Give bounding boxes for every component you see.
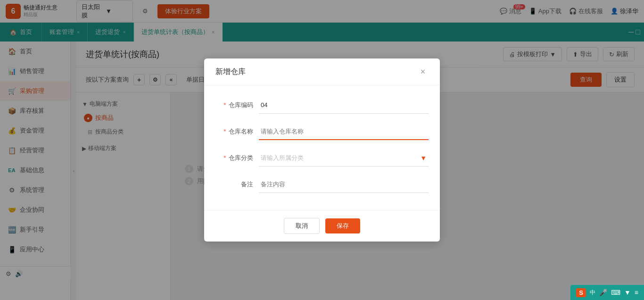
name-input[interactable] bbox=[259, 123, 429, 140]
category-required: * bbox=[223, 154, 226, 161]
brand-s-icon: S bbox=[576, 288, 586, 297]
name-required: * bbox=[223, 128, 226, 135]
menu-bottom-icon[interactable]: ≡ bbox=[635, 289, 638, 296]
dialog-close-btn[interactable]: × bbox=[417, 66, 429, 77]
dialog-overlay[interactable]: 新增仓库 × * 仓库编码 * 仓库名称 bbox=[0, 0, 644, 300]
settings-bottom-icon[interactable]: ▼ bbox=[624, 289, 631, 296]
code-label-text: 仓库编码 bbox=[229, 101, 253, 108]
remark-label: 备注 bbox=[215, 180, 253, 189]
form-row-remark: 备注 bbox=[215, 176, 429, 193]
dialog-footer: 取消 保存 bbox=[204, 210, 440, 242]
category-label-text: 仓库分类 bbox=[229, 154, 253, 161]
dialog-body: * 仓库编码 * 仓库名称 * 仓库分类 请输入所属 bbox=[204, 85, 440, 210]
name-label-text: 仓库名称 bbox=[229, 128, 253, 135]
category-dropdown-icon: ▼ bbox=[420, 154, 427, 162]
form-row-name: * 仓库名称 bbox=[215, 123, 429, 140]
cancel-button[interactable]: 取消 bbox=[284, 218, 320, 234]
remark-input[interactable] bbox=[259, 176, 429, 193]
mic-icon[interactable]: 🎤 bbox=[599, 289, 607, 296]
code-label: * 仓库编码 bbox=[215, 101, 253, 109]
dialog-header: 新增仓库 × bbox=[204, 58, 440, 85]
keyboard-icon[interactable]: ⌨ bbox=[611, 289, 620, 296]
code-required: * bbox=[223, 101, 226, 108]
new-warehouse-dialog: 新增仓库 × * 仓库编码 * 仓库名称 bbox=[204, 58, 440, 242]
remark-label-text: 备注 bbox=[241, 181, 253, 188]
dialog-title: 新增仓库 bbox=[215, 67, 246, 77]
category-select[interactable]: 请输入所属分类 ▼ bbox=[259, 150, 429, 167]
zh-label: 中 bbox=[590, 289, 595, 297]
bottom-right-bar: S 中 🎤 ⌨ ▼ ≡ bbox=[570, 285, 644, 300]
save-button[interactable]: 保存 bbox=[325, 218, 360, 233]
form-row-code: * 仓库编码 bbox=[215, 97, 429, 114]
code-input[interactable] bbox=[259, 97, 429, 114]
category-placeholder: 请输入所属分类 bbox=[261, 154, 304, 162]
name-label: * 仓库名称 bbox=[215, 127, 253, 136]
form-row-category: * 仓库分类 请输入所属分类 ▼ bbox=[215, 150, 429, 167]
category-label: * 仓库分类 bbox=[215, 154, 253, 162]
